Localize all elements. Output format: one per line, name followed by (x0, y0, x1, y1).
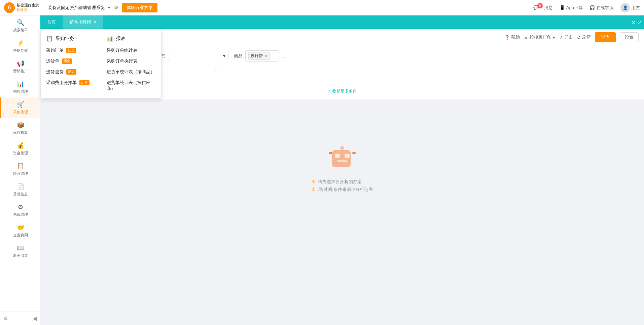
sidebar-item-operation[interactable]: 📋 经营管理 (0, 159, 40, 179)
product-input[interactable]: 设计费 ✕ (245, 50, 279, 62)
sidebar-label-inventory: 库存核算 (13, 130, 28, 135)
tab-expand-button[interactable]: ⤢ (637, 19, 641, 26)
purchase-receive-history: 历史 (62, 58, 72, 64)
enterprise-icon: 🤝 (17, 224, 24, 231)
system-icon: ⚙ (18, 203, 23, 211)
export-action[interactable]: ↗ 导出 (559, 34, 573, 40)
collapse-label: 收起更多条件 (332, 88, 357, 94)
help-action[interactable]: ❓ 帮助 (504, 34, 520, 40)
logo-text: 畅捷通好生意 标准版 (17, 3, 39, 12)
sidebar-collapse-button[interactable]: ◀ (33, 315, 37, 322)
collapse-button[interactable]: ∧ 收起更多条件 (328, 88, 357, 94)
product-tag-close[interactable]: ✕ (264, 54, 267, 58)
dropdown-report-col: 📊 报表 采购订单统计表 采购订单执行表 进货单统计表（按商品） 进货单统计表（… (101, 29, 162, 98)
purchase-expense-item[interactable]: 采购费用分摊单 历史 (41, 77, 101, 88)
svg-rect-2 (345, 154, 350, 158)
sidebar-label-marketing: 营销推广 (13, 69, 28, 74)
tip1-text: 请先选择要分析的方案 (318, 179, 362, 184)
product-label: 商品 (234, 53, 243, 59)
report-order-stats-item[interactable]: 采购订单统计表 (101, 45, 162, 56)
export-icon: ↗ (559, 35, 563, 40)
industry-solution-button[interactable]: 体验行业方案 (122, 3, 157, 12)
svg-rect-5 (352, 152, 356, 154)
status-dropdown-icon: ▾ (223, 53, 225, 58)
print-action[interactable]: 🖨 按模板打印 ▾ (524, 34, 555, 40)
phone-icon: 📱 (560, 5, 565, 10)
purchase-order-item[interactable]: 采购订单 历史 (41, 45, 101, 56)
sidebar-label-search: 搜索菜单 (13, 28, 28, 33)
logo-area: 6 畅捷通好生意 标准版 (4, 2, 44, 13)
basic-info-icon: 📄 (17, 183, 24, 190)
purchase-return-item[interactable]: 进货退货 历史 (41, 67, 101, 77)
svg-rect-3 (337, 160, 347, 162)
sales-icon: 📊 (17, 80, 24, 88)
user-action[interactable]: 👤 用友 (620, 3, 640, 12)
purchase-receive-item[interactable]: 进货单 历史 (41, 56, 101, 67)
marketing-icon: 📢 (17, 60, 24, 67)
report-order-exec-item[interactable]: 采购订单执行表 (101, 56, 162, 67)
guide-icon: 📖 (17, 244, 24, 252)
purchase-order-history: 历史 (66, 48, 76, 53)
message-label: 消息 (544, 5, 553, 11)
sidebar-item-search[interactable]: 🔍 搜索菜单 (0, 15, 40, 36)
query-button[interactable]: 查询 (595, 32, 616, 42)
inventory-icon: 📦 (17, 121, 24, 129)
message-action[interactable]: 💬 5 消息 (533, 5, 553, 11)
purchase-expense-label: 采购费用分摊单 (46, 80, 77, 86)
app-download-action[interactable]: 📱 App下载 (560, 5, 583, 11)
sidebar-item-enterprise[interactable]: 🤝 企业协同 (0, 220, 40, 241)
empty-state: ① 请先选择要分析的方案 ② 用[过滤]条件来缩小分析范围 (40, 99, 644, 234)
sidebar-settings-button[interactable]: ⚙ (3, 315, 8, 322)
empty-tip-2: ② 用[过滤]条件来缩小分析范围 (312, 186, 373, 193)
report-receive-product-item[interactable]: 进货单统计表（按商品） (101, 67, 162, 77)
message-badge: 5 (537, 3, 543, 8)
sidebar-item-basic-info[interactable]: 📄 基础信息 (0, 179, 40, 200)
empty-illustration (322, 140, 362, 174)
purchase-icon: 🛒 (17, 101, 24, 108)
product-tag-label: 设计费 (251, 53, 263, 59)
sidebar-bottom: ⚙ ◀ (0, 312, 40, 325)
empty-svg (325, 142, 359, 172)
dropdown-business-title: 采购业务 (56, 36, 74, 42)
status-select[interactable]: ▾ (168, 52, 228, 60)
app-download-label: App下载 (566, 5, 583, 11)
sidebar-label-basic-info: 基础信息 (13, 192, 28, 197)
purchase-dropdown-menu: 📋 采购业务 采购订单 历史 进货单 历史 进货退货 历史 采购费用分摊单 历史… (40, 29, 162, 98)
system-dropdown-button[interactable]: ▾ (108, 5, 110, 10)
tab-close-all-button[interactable]: ✕ (631, 19, 636, 26)
tip1-num: ① (312, 179, 316, 184)
sidebar-label-purchase: 采购管理 (13, 110, 28, 115)
product-more[interactable]: … (282, 53, 286, 58)
quick-nav-icon: ⚡ (17, 39, 24, 47)
sidebar-item-purchase[interactable]: 🛒 采购管理 (0, 97, 40, 118)
sidebar-item-inventory[interactable]: 📦 库存核算 (0, 118, 40, 138)
search-icon: 🔍 (17, 19, 24, 26)
report-order-exec-label: 采购订单执行表 (107, 58, 137, 64)
salesperson-more[interactable]: … (218, 67, 222, 72)
svg-rect-0 (332, 150, 351, 167)
sidebar-label-system: 系统管理 (13, 212, 28, 217)
tab-close-icon[interactable]: ✕ (93, 20, 97, 25)
operation-icon: 📋 (17, 162, 24, 170)
sidebar-item-system[interactable]: ⚙ 系统管理 (0, 200, 40, 220)
header-settings-icon[interactable]: ⚙ (114, 4, 118, 11)
tab-sales-ranking[interactable]: 销售排行榜 ✕ (63, 15, 103, 29)
business-header-icon: 📋 (46, 35, 53, 42)
settings-button[interactable]: 设置 (620, 32, 639, 42)
sidebar-item-sales[interactable]: 📊 销售管理 (0, 77, 40, 97)
dropdown-report-title: 报表 (116, 36, 126, 42)
online-service-action[interactable]: 🎧 在线客服 (589, 5, 614, 11)
sidebar-item-finance[interactable]: 💰 资金管理 (0, 138, 40, 159)
report-receive-supplier-item[interactable]: 进货单统计表（按供应商） (101, 77, 162, 94)
purchase-return-history: 历史 (66, 69, 76, 75)
tab-home[interactable]: 首页 (40, 15, 63, 29)
print-icon: 🖨 (524, 35, 528, 40)
top-header: 6 畅捷通好生意 标准版 装备及固定资产辅助管理系统 ▾ ⚙ 体验行业方案 💬 … (0, 0, 644, 15)
sidebar-item-guide[interactable]: 📖 新手引导 (0, 241, 40, 261)
sidebar-item-quick-nav[interactable]: ⚡ 快捷导航 (0, 36, 40, 56)
sidebar-label-sales: 销售管理 (13, 89, 28, 94)
tip2-text: 用[过滤]条件来缩小分析范围 (318, 187, 373, 192)
refresh-action[interactable]: ↺ 刷新 (577, 34, 591, 40)
product-filter: 商品 设计费 ✕ … (234, 50, 286, 62)
sidebar-item-marketing[interactable]: 📢 营销推广 (0, 56, 40, 77)
